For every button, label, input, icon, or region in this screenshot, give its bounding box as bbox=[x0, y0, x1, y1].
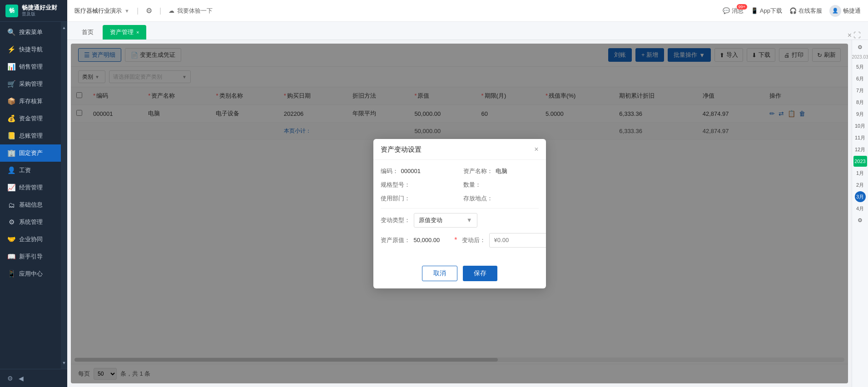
settings-icon[interactable]: ⚙ bbox=[146, 6, 152, 15]
sidebar: 畅 畅捷通好业财 普及版 ▲ ▼ 🔍 搜索菜单 ⚡ 快捷导航 📊 销售管理 🛒 … bbox=[0, 0, 67, 387]
sidebar-item-general-ledger[interactable]: 📒 总账管理 bbox=[0, 127, 61, 144]
sidebar-item-app-center[interactable]: 📱 应用中心 bbox=[0, 265, 61, 283]
cal-apr[interactable]: 4月 bbox=[853, 203, 867, 214]
sidebar-item-system[interactable]: ⚙ 系统管理 bbox=[0, 213, 61, 231]
content-inner: ☰ 资产明细 📄 变更生成凭证 刘账 + 新增 bbox=[71, 44, 848, 383]
change-type-dropdown-icon: ▼ bbox=[466, 217, 472, 223]
tab-asset-mgmt[interactable]: 资产管理 × bbox=[103, 25, 146, 40]
scroll-down-icon[interactable]: ▼ bbox=[62, 361, 66, 365]
cal-year-2023[interactable]: 2023 bbox=[853, 156, 867, 167]
cal-oct[interactable]: 10月 bbox=[853, 120, 867, 131]
cal-may[interactable]: 5月 bbox=[853, 61, 867, 72]
user-label: 畅捷通 bbox=[843, 7, 861, 15]
sidebar-item-label: 总账管理 bbox=[19, 132, 43, 140]
sidebar-item-fixed-assets[interactable]: 🏢 固定资产 bbox=[0, 144, 61, 162]
dialog-change-type-select[interactable]: 原值变动 ▼ bbox=[414, 213, 477, 228]
app-edition: 普及版 bbox=[22, 11, 57, 17]
cal-bottom-icon[interactable]: ⚙ bbox=[853, 215, 867, 226]
dialog-spec-label: 规格型号： bbox=[381, 181, 410, 189]
sidebar-item-label: 库存核算 bbox=[19, 97, 43, 105]
after-change-input[interactable] bbox=[489, 233, 546, 248]
cal-feb[interactable]: 2月 bbox=[853, 179, 867, 190]
sidebar-item-operations[interactable]: 📈 经营管理 bbox=[0, 179, 61, 196]
sidebar-item-search[interactable]: 🔍 搜索菜单 bbox=[0, 24, 61, 41]
sidebar-item-guide[interactable]: 📖 新手引导 bbox=[0, 248, 61, 265]
asset-change-dialog: 资产变动设置 × 编码： 000001 资产名称： bbox=[373, 139, 546, 288]
required-star: * bbox=[454, 236, 457, 244]
cal-dec[interactable]: 12月 bbox=[853, 144, 867, 155]
cal-jun[interactable]: 6月 bbox=[853, 73, 867, 84]
cal-jul[interactable]: 7月 bbox=[853, 85, 867, 96]
save-button[interactable]: 保存 bbox=[463, 266, 497, 281]
sidebar-item-label: 工资 bbox=[19, 166, 31, 174]
cal-mar[interactable]: 3月 bbox=[855, 191, 866, 202]
cloud-icon: ☁ bbox=[169, 7, 174, 14]
cal-date-header: 2023.03 bbox=[852, 54, 868, 60]
sidebar-item-basic-info[interactable]: 🗂 基础信息 bbox=[0, 196, 61, 213]
sidebar-item-label: 企业协同 bbox=[19, 235, 43, 243]
ledger-icon: 📒 bbox=[7, 132, 15, 140]
sidebar-footer: ⚙ ◀ bbox=[0, 369, 67, 387]
customer-service-btn[interactable]: 🎧 在线客服 bbox=[789, 7, 822, 15]
sidebar-nav: 🔍 搜索菜单 ⚡ 快捷导航 📊 销售管理 🛒 采购管理 📦 库存核算 💰 资金管… bbox=[0, 22, 67, 369]
purchase-icon: 🛒 bbox=[7, 80, 15, 88]
dialog-storage-field: 存放地点： bbox=[463, 194, 539, 203]
tab-close-icon[interactable]: × bbox=[136, 30, 139, 35]
cancel-button[interactable]: 取消 bbox=[422, 266, 457, 281]
cal-settings-icon[interactable]: ⚙ bbox=[853, 42, 867, 53]
collapse-icon[interactable]: ◀ bbox=[19, 375, 24, 382]
customer-service-label: 在线客服 bbox=[799, 7, 822, 15]
tab-asset-mgmt-label: 资产管理 bbox=[110, 28, 134, 36]
scroll-up-icon[interactable]: ▲ bbox=[62, 25, 66, 30]
message-btn[interactable]: 💬 消息 99+ bbox=[723, 7, 744, 15]
dialog-original-value: 50,000.00 bbox=[414, 237, 440, 243]
sidebar-item-purchase[interactable]: 🛒 采购管理 bbox=[0, 75, 61, 93]
app-download-btn[interactable]: 📱 App下载 bbox=[751, 7, 782, 15]
dialog-after-change-label: 变动后： bbox=[462, 236, 486, 244]
sidebar-item-label: 新手引导 bbox=[19, 253, 43, 261]
company-selector[interactable]: 医疗器械行业演示 ▼ bbox=[74, 7, 129, 15]
sidebar-item-quick-nav[interactable]: ⚡ 快捷导航 bbox=[0, 41, 61, 58]
user-menu[interactable]: 👤 畅捷通 bbox=[829, 5, 861, 17]
dialog-storage-label: 存放地点： bbox=[463, 194, 493, 203]
change-type-value: 原值变动 bbox=[419, 216, 442, 224]
tabbar: 首页 资产管理 × × ⛶ bbox=[67, 22, 868, 40]
dialog-code-label: 编码： bbox=[381, 167, 398, 175]
sidebar-item-inventory[interactable]: 📦 库存核算 bbox=[0, 93, 61, 110]
topbar: 医疗器械行业演示 ▼ | ⚙ | ☁ 我要体验一下 💬 消息 99+ 📱 App… bbox=[67, 0, 868, 22]
experience-btn[interactable]: ☁ 我要体验一下 bbox=[169, 7, 213, 15]
dialog-asset-name-label: 资产名称： bbox=[463, 167, 493, 175]
cal-sep[interactable]: 9月 bbox=[853, 109, 867, 119]
mini-calendar: ⚙ 2023.03 5月 6月 7月 8月 9月 10月 11月 12月 202… bbox=[852, 40, 868, 387]
topbar-separator2: | bbox=[159, 7, 161, 15]
sidebar-item-payroll[interactable]: 👤 工资 bbox=[0, 162, 61, 179]
tab-maximize-icon[interactable]: ⛶ bbox=[853, 31, 861, 40]
sidebar-item-label: 基础信息 bbox=[19, 201, 43, 209]
sidebar-scrollbar: ▲ ▼ bbox=[61, 22, 67, 369]
dialog-row-1: 编码： 000001 资产名称： 电脑 bbox=[381, 167, 539, 175]
dialog-row-3: 使用部门： 存放地点： bbox=[381, 194, 539, 203]
cal-aug[interactable]: 8月 bbox=[853, 97, 867, 108]
dialog-code-value: 000001 bbox=[401, 168, 421, 174]
avatar-icon: 👤 bbox=[832, 8, 838, 14]
settings-footer-icon[interactable]: ⚙ bbox=[7, 375, 13, 382]
dialog-asset-name-value: 电脑 bbox=[496, 167, 507, 175]
topbar-right: 💬 消息 99+ 📱 App下载 🎧 在线客服 👤 畅捷通 bbox=[723, 5, 861, 17]
sidebar-item-label: 应用中心 bbox=[19, 270, 43, 278]
dialog-close-btn[interactable]: × bbox=[534, 145, 538, 154]
dialog-spec-field: 规格型号： bbox=[381, 181, 456, 189]
tab-close-window-icon[interactable]: × bbox=[848, 31, 852, 40]
tab-home[interactable]: 首页 bbox=[74, 25, 101, 40]
dialog-change-type-label: 变动类型： bbox=[381, 216, 410, 224]
system-icon: ⚙ bbox=[7, 218, 15, 226]
sidebar-item-sales[interactable]: 📊 销售管理 bbox=[0, 58, 61, 75]
cal-nov[interactable]: 11月 bbox=[853, 132, 867, 143]
cal-jan[interactable]: 1月 bbox=[853, 168, 867, 179]
dialog-change-type-row: 变动类型： 原值变动 ▼ bbox=[381, 213, 539, 228]
sidebar-item-finance[interactable]: 💰 资金管理 bbox=[0, 110, 61, 127]
app-center-icon: 📱 bbox=[7, 270, 15, 278]
app-download-label: App下载 bbox=[760, 7, 782, 15]
dialog-dept-label: 使用部门： bbox=[381, 194, 410, 203]
guide-icon: 📖 bbox=[7, 253, 15, 261]
sidebar-item-cooperation[interactable]: 🤝 企业协同 bbox=[0, 231, 61, 248]
